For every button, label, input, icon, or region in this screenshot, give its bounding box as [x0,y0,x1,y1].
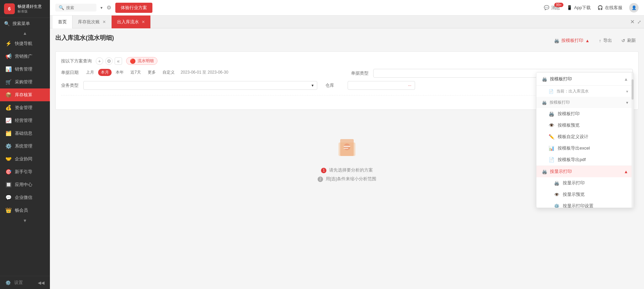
empty-hint-1: 1 请先选择要分析的方案 [321,167,373,173]
page-content-area: 出入库流水(流水明细) 🖨️ 按模板打印 ▲ ↑ 导出 ↺ 刷新 [50,28,644,289]
sidebar-logo: 6 畅捷通好生意 标准版 [0,0,50,18]
app-name: 畅捷通好生意 标准版 [18,4,42,14]
inventory-icon: 📦 [5,92,11,98]
topbar-search-box[interactable]: 🔍 [55,4,96,11]
display-print-section-header[interactable]: 🖨️ 按显示打印 ▲ [536,166,634,177]
sidebar-item-system[interactable]: ⚙️ 系统管理 [0,140,50,153]
sidebar-item-corp-wechat[interactable]: 💬 企业微信 [0,191,50,204]
refresh-btn[interactable]: ↺ 刷新 [619,36,639,45]
excel-icon: 📊 [549,146,554,151]
filter-chip[interactable]: 🔴 流水明细 [126,57,157,65]
shortcut-custom[interactable]: 自定义 [160,69,177,76]
sidebar-item-finance[interactable]: 💰 资金管理 [0,101,50,114]
warehouse-label: 仓库 [325,82,344,88]
business-type-label: 业务类型 [61,82,80,88]
sidebar-search[interactable]: 🔍 搜索菜单 [0,18,50,29]
tab-inout-flow[interactable]: 出入库流水 ✕ [112,16,151,28]
dropdown-collapse-btn[interactable]: ▲ [624,77,628,82]
display-print-settings-item[interactable]: ⚙️ 按显示打印设置 [536,200,634,208]
svg-rect-3 [344,146,350,147]
section1-chevron: ▾ [626,100,628,105]
export-btn[interactable]: ↑ 导出 [596,36,615,45]
shortcut-7-days[interactable]: 近7天 [128,69,144,76]
display-print-icon: 🖨️ [554,181,559,186]
business-type-select[interactable]: ▾ [83,81,317,90]
current-template-label: 当前：出入库流水 [556,88,589,94]
tab-home[interactable]: 首页 [53,16,72,28]
current-template-row: 📄 当前：出入库流水 ▾ [536,86,634,97]
template-export-pdf-item[interactable]: 📄 按模板导出pdf [536,154,634,165]
sidebar-item-marketing[interactable]: 📢 营销推广 [0,50,50,63]
main-content: 🔍 ▾ ⚙ 体验行业方案 💬 消息 99+ 📱 App下载 🎧 在线客服 [50,0,644,289]
app-download-btn[interactable]: 📱 App下载 [567,5,591,11]
sidebar-item-inventory[interactable]: 📦 库存核算 [0,88,50,101]
sidebar-item-quick-nav[interactable]: ⚡ 快捷导航 [0,37,50,50]
template-preview-item[interactable]: 👁️ 按模板预览 [536,120,634,131]
headset-icon: 🎧 [597,5,603,10]
sidebar-item-base-info[interactable]: 🗂️ 基础信息 [0,127,50,140]
tab-close-inventory-batch[interactable]: ✕ [103,20,106,24]
maximize-button[interactable]: ⤢ [637,19,641,25]
filter-collapse-button[interactable]: « [115,57,122,65]
filter-settings-button[interactable]: ⚙ [105,57,113,65]
topbar-right: 💬 消息 99+ 📱 App下载 🎧 在线客服 👤 [544,3,639,12]
warehouse-more-icon[interactable]: ··· [408,83,411,88]
shortcut-more[interactable]: 更多 [145,69,158,76]
sidebar-scroll-up[interactable]: ▲ [0,29,50,37]
filter-chip-label: 流水明细 [138,58,154,64]
template-export-excel-item[interactable]: 📊 按模板导出excel [536,142,634,154]
sidebar-item-purchase[interactable]: 🛒 采购管理 [0,76,50,88]
search-icon: 🔍 [4,21,10,26]
template-print-item[interactable]: 🖨️ 按模板打印 [536,108,634,120]
vip-icon: 👑 [5,207,11,213]
sidebar-item-app-center[interactable]: 🔲 应用中心 [0,178,50,191]
online-service-btn[interactable]: 🎧 在线客服 [597,5,622,11]
sidebar-item-beginner[interactable]: 🎯 新手引导 [0,165,50,178]
filter-top-row: 按以下方案查询 + ⚙ « 🔴 流水明细 [61,57,633,65]
marketing-icon: 📢 [5,53,11,59]
sidebar-item-corp-partner[interactable]: 🤝 企业协同 [0,153,50,165]
message-btn[interactable]: 💬 消息 99+ [544,5,560,11]
tab-close-inout-flow[interactable]: ✕ [142,20,145,24]
template-custom-design-item[interactable]: ✏️ 模板自定义设计 [536,131,634,142]
template-print-section-header[interactable]: 🖨️ 按模板打印 ▾ [536,97,634,108]
corp-partner-icon: 🤝 [5,156,11,162]
industry-solution-button[interactable]: 体验行业方案 [115,3,152,13]
message-icon: 💬 [544,5,549,10]
print-template-btn[interactable]: 🖨️ 按模板打印 ▲ [551,36,592,45]
filter-add-button[interactable]: + [96,57,103,65]
sidebar-item-sales[interactable]: 📊 销售管理 [0,63,50,76]
display-preview-item[interactable]: 👁️ 按显示预览 [536,189,634,200]
topbar-dropdown[interactable]: ▾ [100,5,103,10]
finance-icon: 💰 [5,105,11,111]
warehouse-select[interactable]: ··· [348,81,415,90]
sidebar-item-operations[interactable]: 📈 经营管理 [0,114,50,127]
corp-wechat-icon: 💬 [5,194,11,201]
hint-num-1: 1 [321,168,326,173]
topbar-search-input[interactable] [66,5,93,10]
sidebar-bottom[interactable]: ⚙️ 设置 ◀◀ [0,276,50,289]
section2-chevron: ▲ [624,169,628,174]
sidebar-item-vip[interactable]: 👑 畅会员 [0,204,50,217]
tab-inventory-batch[interactable]: 库存批次账 ✕ [72,16,112,28]
section2-icon: 🖨️ [542,169,547,174]
print-icon: 🖨️ [554,38,559,43]
quick-nav-icon: ⚡ [5,41,11,47]
shortcut-last-month[interactable]: 上月 [83,69,97,76]
page-header-actions: 🖨️ 按模板打印 ▲ ↑ 导出 ↺ 刷新 [551,36,639,45]
topbar-settings-btn[interactable]: ⚙ [107,4,111,11]
empty-hint-2: 2 用[选]条件来缩小分析范围 [318,176,376,182]
close-all-tabs-button[interactable]: ✕ [630,19,635,25]
filter-business-type-field: 业务类型 ▾ [61,81,317,90]
system-icon: ⚙️ [5,143,11,149]
display-print-item[interactable]: 🖨️ 按显示打印 [536,177,634,189]
shortcut-this-year[interactable]: 本年 [113,69,126,76]
settings-bottom-icon: ⚙️ [5,280,11,285]
shortcut-this-month[interactable]: 本月 [98,69,112,76]
current-template-icon: 📄 [549,89,554,94]
filter-date-field: 单据日期 上月 本月 本年 近7天 更多 自定义 2023-06-01 至 20… [61,69,343,76]
template-print-icon: 🖨️ [549,111,554,116]
user-avatar[interactable]: 👤 [629,3,639,12]
date-shortcuts: 上月 本月 本年 近7天 更多 自定义 [83,69,177,76]
sidebar-scroll-down[interactable]: ▼ [0,217,50,225]
